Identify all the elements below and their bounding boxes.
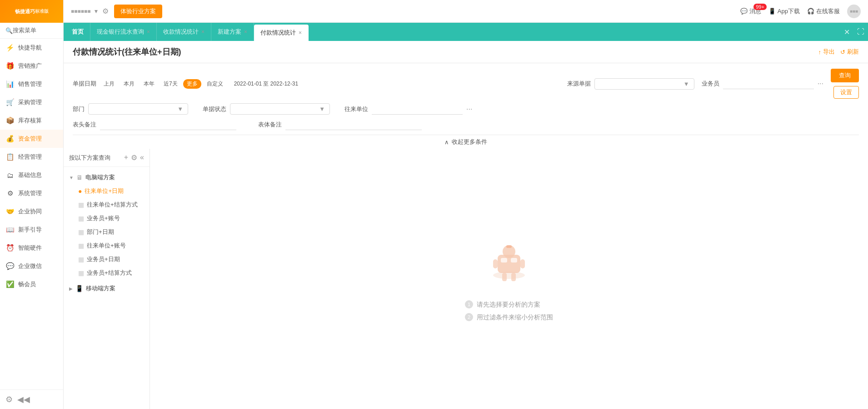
query-button[interactable]: 查询 bbox=[831, 69, 859, 82]
header-note-label: 表头备注 bbox=[73, 121, 96, 129]
sidebar-item-basic[interactable]: 🗂 基础信息 bbox=[0, 166, 63, 184]
scheme-collapse-button[interactable]: « bbox=[140, 153, 144, 162]
scheme-section-mobile-title[interactable]: ▶ 📱 移动端方案 bbox=[64, 282, 150, 295]
scheme-item-label-2: 业务员+账号 bbox=[87, 214, 120, 222]
date-tab-custom[interactable]: 自定义 bbox=[203, 79, 227, 89]
header-note-input[interactable] bbox=[100, 119, 236, 130]
app-logo: 畅捷通巧 标准版 bbox=[0, 0, 63, 23]
settings-footer-icon[interactable]: ⚙ bbox=[5, 394, 13, 404]
tabbar-actions: ✕ ⛶ bbox=[842, 26, 866, 38]
scheme-section-desktop-title[interactable]: ▼ 🖥 电脑端方案 bbox=[64, 171, 150, 184]
sidebar-item-vip[interactable]: ✅ 畅会员 bbox=[0, 275, 63, 293]
partner-dots[interactable]: ··· bbox=[466, 105, 472, 113]
tab-home[interactable]: 首页 bbox=[65, 23, 90, 41]
collapse-filter-button[interactable]: ∧ 收起更多条件 bbox=[73, 135, 859, 149]
inventory-icon: 📦 bbox=[5, 116, 15, 125]
tab-payment[interactable]: 付款情况统计 × bbox=[254, 25, 309, 41]
salesperson-dots[interactable]: ··· bbox=[818, 80, 823, 88]
topbar-settings-icon[interactable]: ⚙ bbox=[102, 7, 109, 15]
scheme-item-label-6: 业务员+结算方式 bbox=[87, 269, 132, 277]
scheme-section-desktop: ▼ 🖥 电脑端方案 ● 往来单位+日期 ▦ 往来单位+结算方式 bbox=[64, 171, 150, 280]
sidebar-item-sales[interactable]: 📊 销售管理 bbox=[0, 75, 63, 93]
tab-bank[interactable]: 现金银行流水查询 × bbox=[90, 23, 157, 41]
scheme-item-2[interactable]: ▦ 业务员+账号 bbox=[67, 212, 150, 225]
dept-select[interactable]: ▼ bbox=[88, 103, 188, 115]
topbar-message[interactable]: 💬 消息 99+ bbox=[740, 7, 761, 15]
tabbar: 首页 现金银行流水查询 × 收款情况统计 × 新建方案 × 付款情况统计 × ✕… bbox=[64, 23, 868, 41]
scheme-item-3[interactable]: ▦ 部门+日期 bbox=[67, 225, 150, 239]
date-tab-last-month[interactable]: 上月 bbox=[100, 79, 118, 89]
sidebar-item-system[interactable]: ⚙ 系统管理 bbox=[0, 184, 63, 202]
dept-select-arrow: ▼ bbox=[177, 106, 183, 112]
date-tab-more[interactable]: 更多 bbox=[183, 79, 201, 89]
sidebar-item-marketing[interactable]: 🎁 营销推广 bbox=[0, 57, 63, 75]
body-note-input[interactable] bbox=[285, 119, 422, 130]
salesperson-input[interactable] bbox=[723, 78, 814, 89]
sidebar-item-hardware[interactable]: ⏰ 智能硬件 bbox=[0, 239, 63, 257]
tab-bank-close[interactable]: × bbox=[147, 29, 150, 35]
sidebar-item-wechat[interactable]: 💬 企业微信 bbox=[0, 257, 63, 275]
source-label: 来源单据 bbox=[567, 80, 591, 88]
search-icon: 🔍 bbox=[5, 27, 13, 34]
scheme-settings-button[interactable]: ⚙ bbox=[131, 153, 137, 162]
section-arrow-mobile: ▶ bbox=[69, 286, 73, 291]
scheme-item-6[interactable]: ▦ 业务员+结算方式 bbox=[67, 266, 150, 280]
partner-input[interactable] bbox=[372, 104, 463, 115]
sidebar-item-enterprise[interactable]: 🤝 企业协同 bbox=[0, 202, 63, 221]
sidebar-item-purchase[interactable]: 🛒 采购管理 bbox=[0, 93, 63, 111]
sidebar-item-operation[interactable]: 📋 经营管理 bbox=[0, 148, 63, 166]
doc-status-arrow: ▼ bbox=[319, 106, 325, 112]
scheme-add-button[interactable]: + bbox=[124, 153, 128, 162]
scheme-item-0[interactable]: ● 往来单位+日期 bbox=[67, 184, 150, 198]
hardware-icon: ⏰ bbox=[5, 243, 15, 252]
export-button[interactable]: ↑ 导出 bbox=[818, 48, 835, 56]
app-name: 畅捷通巧 bbox=[15, 8, 35, 15]
doc-status-select[interactable]: ▼ bbox=[230, 103, 330, 115]
filter-salesperson-item: 业务员 ··· bbox=[702, 78, 823, 89]
svg-rect-2 bbox=[501, 258, 507, 263]
date-range-text: 2022-01-01 至 2022-12-31 bbox=[234, 81, 298, 87]
service-label: 在线客服 bbox=[816, 7, 840, 15]
source-select[interactable]: ▼ bbox=[594, 78, 694, 90]
sidebar-item-inventory[interactable]: 📦 库存核算 bbox=[0, 111, 63, 130]
sidebar-item-capital[interactable]: 💰 资金管理 bbox=[0, 130, 63, 148]
tab-close-all-icon[interactable]: ✕ bbox=[842, 26, 852, 38]
date-tab-this-month[interactable]: 本月 bbox=[120, 79, 138, 89]
step-num-2: 2 bbox=[465, 313, 473, 321]
sidebar-item-guide[interactable]: 📖 新手引导 bbox=[0, 221, 63, 239]
date-tab-7days[interactable]: 近7天 bbox=[160, 79, 181, 89]
refresh-button[interactable]: ↺ 刷新 bbox=[840, 48, 859, 56]
capital-icon: 💰 bbox=[5, 134, 15, 143]
date-tab-this-year[interactable]: 本年 bbox=[140, 79, 158, 89]
scheme-item-5[interactable]: ▦ 业务员+日期 bbox=[67, 252, 150, 266]
collapse-sidebar-icon[interactable]: ◀◀ bbox=[17, 394, 30, 404]
user-avatar[interactable]: ■■■ bbox=[847, 5, 861, 18]
scheme-item-icon-5: ▦ bbox=[78, 256, 84, 263]
sidebar-item-nav[interactable]: ⚡ 快捷导航 bbox=[0, 39, 63, 57]
settings-button[interactable]: 设置 bbox=[833, 86, 859, 99]
tab-receipt-close[interactable]: × bbox=[201, 29, 205, 35]
filter-row-2: 部门 ▼ 单据状态 ▼ 往来单位 ··· bbox=[73, 103, 859, 115]
filter-body-note-item: 表体备注 bbox=[258, 119, 422, 130]
topbar-dropdown-arrow[interactable]: ▼ bbox=[94, 8, 99, 15]
empty-step1-text: 请先选择要分析的方案 bbox=[477, 298, 540, 311]
tab-receipt[interactable]: 收款情况统计 × bbox=[157, 23, 211, 41]
refresh-icon: ↺ bbox=[840, 49, 845, 56]
scheme-item-4[interactable]: ▦ 往来单位+账号 bbox=[67, 239, 150, 252]
scheme-item-1[interactable]: ▦ 往来单位+结算方式 bbox=[67, 198, 150, 212]
sidebar: 畅捷通巧 标准版 🔍 搜索菜单 ⚡ 快捷导航 🎁 营销推广 📊 销售管理 🛒 采… bbox=[0, 0, 64, 409]
page-content: 付款情况统计(往来单位+日期) ↑ 导出 ↺ 刷新 单据日期 上月 bbox=[64, 41, 868, 409]
tab-expand-icon[interactable]: ⛶ bbox=[855, 26, 866, 38]
empty-illustration bbox=[482, 234, 536, 289]
tab-new-scheme[interactable]: 新建方案 × bbox=[211, 23, 254, 41]
topbar-online-service[interactable]: 🎧 在线客服 bbox=[807, 7, 840, 15]
svg-rect-7 bbox=[511, 273, 516, 281]
tab-new-scheme-label: 新建方案 bbox=[218, 28, 241, 36]
scheme-panel-header: 按以下方案查询 + ⚙ « bbox=[64, 149, 150, 167]
scheme-item-label-4: 往来单位+账号 bbox=[87, 242, 126, 250]
tab-new-scheme-close[interactable]: × bbox=[244, 29, 247, 35]
topbar-app-download[interactable]: 📱 App下载 bbox=[768, 7, 800, 15]
tab-payment-close[interactable]: × bbox=[299, 30, 302, 36]
trial-button[interactable]: 体验行业方案 bbox=[114, 5, 162, 18]
sidebar-item-search[interactable]: 🔍 搜索菜单 bbox=[0, 23, 63, 39]
